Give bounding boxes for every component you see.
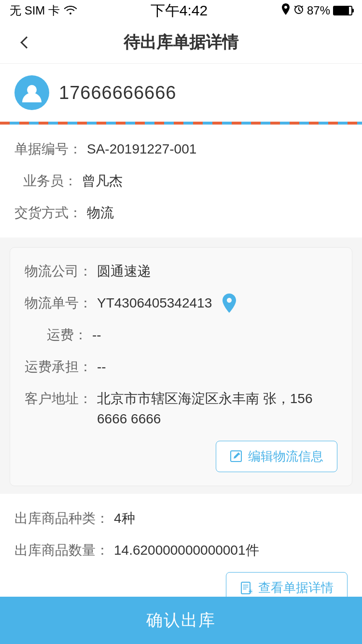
freight-label: 运费： — [25, 325, 92, 345]
address-label: 客户地址： — [25, 389, 97, 409]
freight-row: 运费： -- — [25, 325, 337, 345]
logistics-section: 物流公司： 圆通速递 物流单号： YT4306405342413 运费： -- … — [10, 247, 352, 486]
agent-row: 业务员： 曾凡杰 — [14, 171, 348, 191]
agent-label: 业务员： — [14, 171, 82, 191]
logistics-company-value: 圆通速递 — [97, 261, 337, 281]
document-number-row: 单据编号： SA-20191227-001 — [14, 139, 348, 159]
page-title: 待出库单据详情 — [124, 31, 238, 54]
edit-logistics-button[interactable]: 编辑物流信息 — [216, 441, 337, 472]
delivery-label: 交货方式： — [14, 203, 87, 223]
freight-bearer-value: -- — [97, 357, 337, 377]
edit-logistics-label: 编辑物流信息 — [248, 448, 323, 465]
freight-bearer-row: 运费承担： -- — [25, 357, 337, 377]
edit-logistics-wrapper: 编辑物流信息 — [25, 441, 337, 472]
location-status-icon — [281, 3, 291, 18]
status-right: 87% — [281, 3, 352, 18]
user-phone: 17666666666 — [59, 83, 176, 103]
battery-icon — [333, 6, 352, 15]
goods-quantity-row: 出库商品数量： 14.620000000000001件 — [14, 540, 348, 560]
document-info-section: 单据编号： SA-20191227-001 业务员： 曾凡杰 交货方式： 物流 — [0, 125, 362, 238]
status-bar: 无 SIM 卡 下午4:42 87% — [0, 0, 362, 21]
goods-quantity-label: 出库商品数量： — [14, 540, 114, 560]
logistics-company-row: 物流公司： 圆通速递 — [25, 261, 337, 281]
avatar — [14, 75, 49, 110]
address-value: 北京市市辖区海淀区永丰南 张，156 6666 6666 — [97, 389, 337, 429]
map-pin-icon[interactable] — [220, 294, 239, 313]
goods-type-row: 出库商品种类： 4种 — [14, 508, 348, 529]
delivery-value: 物流 — [87, 203, 348, 223]
agent-value: 曾凡杰 — [82, 171, 348, 191]
confirm-label: 确认出库 — [146, 611, 216, 629]
logistics-tracking-label: 物流单号： — [25, 293, 97, 313]
carrier-label: 无 SIM 卡 — [10, 3, 60, 18]
wifi-icon — [64, 4, 77, 17]
goods-type-value: 4种 — [114, 508, 348, 529]
view-detail-label: 查看单据详情 — [258, 579, 334, 596]
status-left: 无 SIM 卡 — [10, 3, 77, 18]
user-icon — [20, 81, 43, 104]
freight-value: -- — [92, 325, 337, 345]
delivery-row: 交货方式： 物流 — [14, 203, 348, 223]
confirm-button[interactable]: 确认出库 — [0, 597, 362, 644]
nav-bar: 待出库单据详情 — [0, 21, 362, 64]
status-time: 下午4:42 — [151, 1, 208, 21]
back-arrow-icon — [20, 36, 32, 48]
user-header: 17666666666 — [0, 64, 362, 122]
logistics-tracking-value: YT4306405342413 — [97, 293, 337, 313]
battery-label: 87% — [307, 4, 330, 17]
separator-1 — [0, 486, 362, 494]
address-row: 客户地址： 北京市市辖区海淀区永丰南 张，156 6666 6666 — [25, 389, 337, 429]
logistics-company-label: 物流公司： — [25, 261, 97, 281]
goods-quantity-value: 14.620000000000001件 — [114, 540, 348, 560]
document-number-value: SA-20191227-001 — [87, 139, 348, 159]
back-button[interactable] — [14, 32, 36, 53]
document-number-label: 单据编号： — [14, 139, 87, 159]
edit-icon — [230, 450, 243, 463]
document-icon — [240, 581, 253, 595]
freight-bearer-label: 运费承担： — [25, 357, 97, 377]
alarm-status-icon — [293, 4, 304, 17]
goods-type-label: 出库商品种类： — [14, 508, 114, 529]
logistics-tracking-row: 物流单号： YT4306405342413 — [25, 293, 337, 313]
